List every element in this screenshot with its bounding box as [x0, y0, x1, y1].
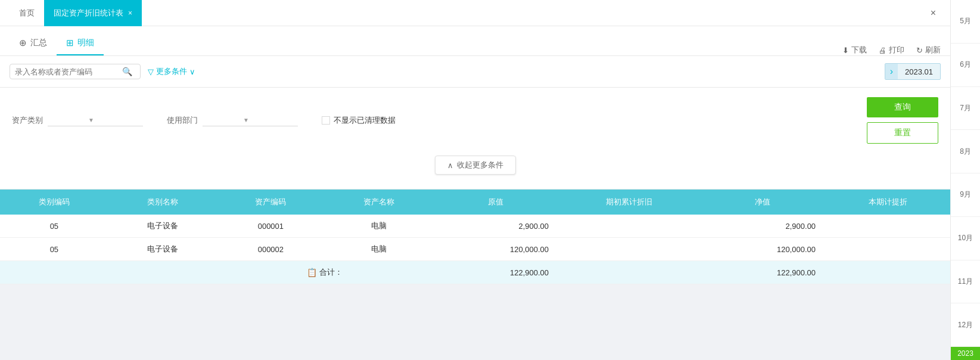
more-conditions-label: 更多条件 — [156, 66, 187, 77]
download-label: 下载 — [851, 45, 867, 55]
active-tab[interactable]: 固定资产折旧统计表 × — [44, 0, 142, 26]
department-select[interactable]: ▼ — [203, 114, 298, 126]
tab-label: 固定资产折旧统计表 — [54, 8, 123, 18]
checkbox-box[interactable] — [322, 116, 330, 125]
department-arrow: ▼ — [243, 117, 249, 123]
print-icon: 🖨 — [879, 46, 886, 55]
summary-tab-label: 汇总 — [30, 38, 47, 48]
month-11[interactable]: 11月 — [951, 260, 980, 304]
close-tab-icon[interactable]: × — [128, 9, 132, 17]
row1-category-code: 05 — [0, 215, 108, 238]
total-empty-1 — [0, 261, 108, 284]
row1-asset-code: 000001 — [217, 215, 325, 238]
year-display: 2023.01 — [898, 65, 940, 79]
total-icon: 📋 — [307, 268, 317, 277]
col-category-name: 类别名称 — [108, 190, 217, 215]
col-current-depreciation: 本期计提折 — [825, 190, 950, 215]
month-6[interactable]: 6月 — [951, 44, 980, 87]
detail-tab-label: 明细 — [77, 38, 94, 48]
collapse-label: 收起更多条件 — [457, 160, 503, 170]
more-conditions-toggle[interactable]: ▽ 更多条件 ∨ — [148, 66, 195, 77]
asset-type-filter: 资产类别 ▼ — [12, 114, 143, 126]
row1-net-value: 2,900.00 — [700, 215, 825, 238]
refresh-action[interactable]: ↻ 刷新 — [916, 45, 941, 55]
print-action[interactable]: 🖨 打印 — [879, 45, 904, 55]
total-empty-2 — [108, 261, 217, 284]
search-input-wrap[interactable]: 🔍 — [10, 64, 141, 79]
col-net-value: 净值 — [700, 190, 825, 215]
total-label-text: 合计： — [319, 267, 343, 278]
row1-asset-name: 电脑 — [325, 215, 433, 238]
total-label-cell: 📋 合计： — [217, 261, 434, 284]
close-window-icon[interactable]: × — [926, 8, 941, 18]
download-action[interactable]: ⬇ 下载 — [842, 45, 867, 55]
table-row: 05 电子设备 000001 电脑 2,900.00 2,900.00 — [0, 215, 950, 238]
year-nav-prev[interactable]: › — [885, 64, 898, 79]
home-nav[interactable]: 首页 — [10, 8, 44, 18]
month-12[interactable]: 12月 — [951, 303, 980, 347]
collapse-up-icon: ∧ — [447, 161, 453, 170]
reset-button[interactable]: 重置 — [867, 122, 938, 144]
tab-summary[interactable]: ⊕ 汇总 — [10, 33, 57, 55]
total-original-value: 122,900.00 — [433, 261, 558, 284]
month-9[interactable]: 9月 — [951, 173, 980, 217]
year-nav[interactable]: › 2023.01 — [885, 63, 941, 80]
month-5[interactable]: 5月 — [951, 0, 980, 44]
col-asset-name: 资产名称 — [325, 190, 433, 215]
row2-category-code: 05 — [0, 238, 108, 261]
year-badge[interactable]: 2023 — [951, 347, 980, 360]
asset-type-arrow: ▼ — [88, 117, 94, 123]
search-icon: 🔍 — [122, 67, 132, 76]
print-label: 打印 — [889, 45, 904, 55]
row2-category-name: 电子设备 — [108, 238, 217, 261]
month-7[interactable]: 7月 — [951, 87, 980, 131]
total-current-depreciation — [825, 261, 950, 284]
hide-cleaned-checkbox[interactable]: 不显示已清理数据 — [322, 115, 396, 126]
col-accumulated-depreciation: 期初累计折旧 — [558, 190, 700, 215]
chevron-down-icon: ∨ — [189, 67, 195, 76]
row1-category-name: 电子设备 — [108, 215, 217, 238]
hide-cleaned-label: 不显示已清理数据 — [334, 115, 396, 126]
row1-current-depreciation — [825, 215, 950, 238]
col-asset-code: 资产编码 — [217, 190, 325, 215]
detail-tab-icon: ⊞ — [66, 38, 74, 48]
table-row: 05 电子设备 000002 电脑 120,000.00 120,000.00 — [0, 238, 950, 261]
col-category-code: 类别编码 — [0, 190, 108, 215]
tab-detail[interactable]: ⊞ 明细 — [57, 33, 104, 55]
total-net-value: 122,900.00 — [700, 261, 825, 284]
total-accumulated-depreciation — [558, 261, 700, 284]
query-button[interactable]: 查询 — [867, 97, 938, 117]
refresh-icon: ↻ — [916, 46, 923, 55]
row2-asset-name: 电脑 — [325, 238, 433, 261]
collapse-button[interactable]: ∧ 收起更多条件 — [435, 156, 516, 175]
row2-original-value: 120,000.00 — [433, 238, 558, 261]
filter-icon: ▽ — [148, 67, 154, 76]
summary-tab-icon: ⊕ — [19, 38, 27, 48]
asset-type-select[interactable]: ▼ — [48, 114, 143, 126]
row2-accumulated-depreciation — [558, 238, 700, 261]
row2-current-depreciation — [825, 238, 950, 261]
asset-type-label: 资产类别 — [12, 115, 43, 126]
month-10[interactable]: 10月 — [951, 217, 980, 260]
month-8[interactable]: 8月 — [951, 130, 980, 173]
row1-original-value: 2,900.00 — [433, 215, 558, 238]
download-icon: ⬇ — [842, 46, 849, 55]
search-input[interactable] — [15, 67, 122, 76]
total-row: 📋 合计： 122,900.00 122,900.00 — [0, 261, 950, 284]
row2-asset-code: 000002 — [217, 238, 325, 261]
col-original-value: 原值 — [433, 190, 558, 215]
department-filter: 使用部门 ▼ — [167, 114, 298, 126]
department-label: 使用部门 — [167, 115, 198, 126]
row2-net-value: 120,000.00 — [700, 238, 825, 261]
row1-accumulated-depreciation — [558, 215, 700, 238]
refresh-label: 刷新 — [925, 45, 941, 55]
